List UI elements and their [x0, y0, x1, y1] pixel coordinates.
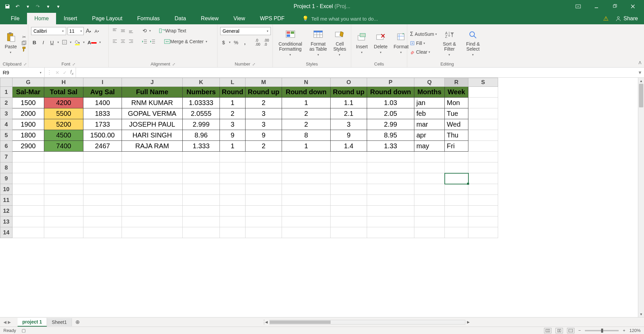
- cell-G2[interactable]: 1500: [12, 98, 44, 108]
- cell-N14[interactable]: [282, 227, 331, 238]
- cell-J14[interactable]: [122, 227, 183, 238]
- cell-I7[interactable]: [83, 152, 122, 162]
- cell-N8[interactable]: [282, 162, 331, 173]
- cell-M8[interactable]: [246, 162, 282, 173]
- tab-insert[interactable]: Insert: [56, 13, 84, 24]
- row-header-6[interactable]: 6: [0, 141, 12, 152]
- cell-R9[interactable]: [445, 173, 468, 184]
- cell-P6[interactable]: 1.33: [367, 141, 414, 152]
- cell-M14[interactable]: [246, 227, 282, 238]
- undo-icon[interactable]: ↶: [14, 3, 21, 10]
- row-header-5[interactable]: 5: [0, 130, 12, 141]
- cell-N10[interactable]: [282, 184, 331, 195]
- cell-P9[interactable]: [367, 173, 414, 184]
- cell-S8[interactable]: [468, 162, 498, 173]
- cell-Q8[interactable]: [414, 162, 445, 173]
- cell-L7[interactable]: [220, 152, 246, 162]
- col-header-G[interactable]: G: [12, 78, 44, 87]
- cell-J1[interactable]: Full Name: [122, 87, 183, 98]
- cell-G5[interactable]: 1800: [12, 130, 44, 141]
- sort-filter-button[interactable]: AZ Sort & Filter▾: [439, 26, 460, 60]
- wrap-text-button[interactable]: Wrap Text: [158, 27, 187, 34]
- cell-J6[interactable]: RAJA RAM: [122, 141, 183, 152]
- col-header-S[interactable]: S: [468, 78, 498, 87]
- cell-L5[interactable]: 9: [220, 130, 246, 141]
- col-header-M[interactable]: M: [246, 78, 282, 87]
- align-bottom-icon[interactable]: [128, 27, 134, 34]
- cell-H7[interactable]: [44, 152, 83, 162]
- cell-O12[interactable]: [331, 206, 367, 216]
- ribbon-display-icon[interactable]: [573, 1, 583, 11]
- cell-P7[interactable]: [367, 152, 414, 162]
- cell-O6[interactable]: 1.4: [331, 141, 367, 152]
- cell-S14[interactable]: [468, 227, 498, 238]
- row-header-13[interactable]: 13: [0, 216, 12, 227]
- sheet-nav-prev-icon[interactable]: ◀: [3, 320, 6, 325]
- cell-N7[interactable]: [282, 152, 331, 162]
- decrease-font-icon[interactable]: A▾: [93, 27, 100, 35]
- macro-record-icon[interactable]: ▢: [22, 328, 26, 333]
- cell-G11[interactable]: [12, 195, 44, 206]
- cell-J10[interactable]: [122, 184, 183, 195]
- share-button[interactable]: Share: [615, 16, 638, 22]
- col-header-I[interactable]: I: [83, 78, 122, 87]
- cell-O5[interactable]: 9: [331, 130, 367, 141]
- page-layout-view-icon[interactable]: [556, 328, 563, 333]
- cut-icon[interactable]: ✂: [21, 34, 28, 40]
- horizontal-scrollbar[interactable]: ◀ ▶: [269, 320, 465, 325]
- collapse-ribbon-icon[interactable]: ᐱ: [639, 60, 641, 65]
- cell-K6[interactable]: 1.333: [183, 141, 220, 152]
- fill-button[interactable]: Fill ▾: [410, 40, 437, 47]
- font-size-select[interactable]: 11▾: [68, 27, 84, 35]
- cell-O9[interactable]: [331, 173, 367, 184]
- cell-Q11[interactable]: [414, 195, 445, 206]
- font-launcher-icon[interactable]: ⤢: [70, 62, 75, 66]
- row-header-10[interactable]: 10: [0, 184, 12, 195]
- tab-page-layout[interactable]: Page Layout: [84, 13, 130, 24]
- cell-Q9[interactable]: [414, 173, 445, 184]
- cell-G13[interactable]: [12, 216, 44, 227]
- cell-M2[interactable]: 2: [246, 98, 282, 108]
- tell-me-search[interactable]: 💡: [302, 16, 396, 24]
- cell-O14[interactable]: [331, 227, 367, 238]
- cell-R3[interactable]: Tue: [445, 108, 468, 119]
- cell-N11[interactable]: [282, 195, 331, 206]
- cell-G9[interactable]: [12, 173, 44, 184]
- cell-P14[interactable]: [367, 227, 414, 238]
- cell-H11[interactable]: [44, 195, 83, 206]
- cell-Q2[interactable]: jan: [414, 98, 445, 108]
- cell-N12[interactable]: [282, 206, 331, 216]
- percent-button[interactable]: %: [233, 38, 239, 46]
- cell-M9[interactable]: [246, 173, 282, 184]
- cell-P11[interactable]: [367, 195, 414, 206]
- cell-J5[interactable]: HARI SINGH: [122, 130, 183, 141]
- cell-M3[interactable]: 3: [246, 108, 282, 119]
- expand-formula-icon[interactable]: ▾: [636, 68, 644, 77]
- cell-M11[interactable]: [246, 195, 282, 206]
- cell-J4[interactable]: JOSEPH PAUL: [122, 119, 183, 130]
- cell-O1[interactable]: Round up: [331, 87, 367, 98]
- cell-L4[interactable]: 3: [220, 119, 246, 130]
- cell-H2[interactable]: 4200: [44, 98, 83, 108]
- cell-O10[interactable]: [331, 184, 367, 195]
- font-color-button[interactable]: A: [87, 38, 97, 46]
- merge-center-button[interactable]: Merge & Center: [163, 38, 204, 45]
- cell-L3[interactable]: 2: [220, 108, 246, 119]
- cell-H10[interactable]: [44, 184, 83, 195]
- col-header-R[interactable]: R: [445, 78, 468, 87]
- cell-L2[interactable]: 1: [220, 98, 246, 108]
- increase-indent-icon[interactable]: [149, 38, 156, 45]
- cell-Q4[interactable]: mar: [414, 119, 445, 130]
- col-header-N[interactable]: N: [282, 78, 331, 87]
- redo-icon[interactable]: ↷: [34, 3, 41, 10]
- copy-icon[interactable]: [21, 40, 28, 46]
- cell-N6[interactable]: 1: [282, 141, 331, 152]
- cell-K12[interactable]: [183, 206, 220, 216]
- cell-R8[interactable]: [445, 162, 468, 173]
- cell-I2[interactable]: 1400: [83, 98, 122, 108]
- add-sheet-icon[interactable]: ⊕: [72, 319, 83, 325]
- cell-S13[interactable]: [468, 216, 498, 227]
- conditional-formatting-button[interactable]: Conditional Formatting▾: [276, 26, 305, 60]
- cell-M5[interactable]: 9: [246, 130, 282, 141]
- decrease-decimal-icon[interactable]: .00.0: [263, 38, 270, 46]
